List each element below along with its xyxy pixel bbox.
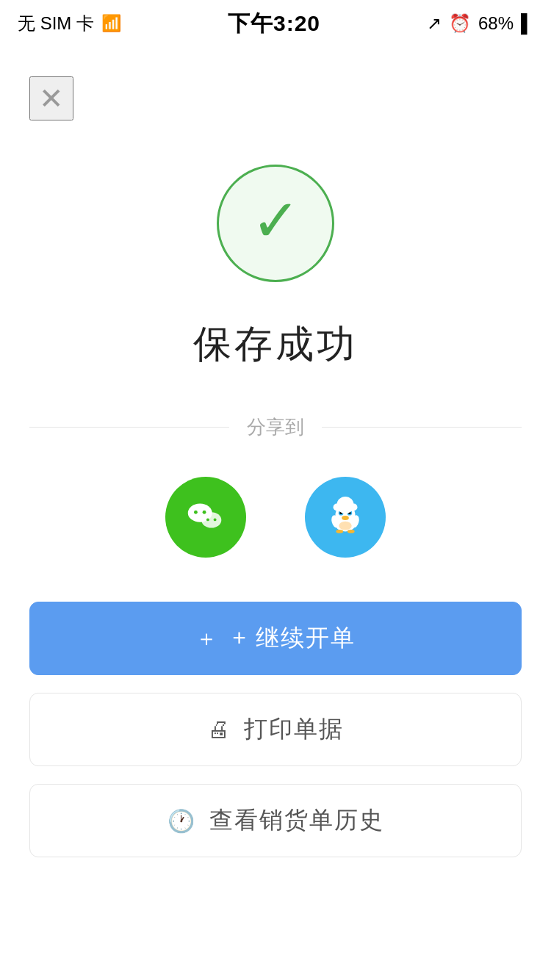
share-wechat-button[interactable] (165, 477, 246, 558)
qq-icon (323, 494, 368, 540)
svg-point-15 (347, 530, 355, 533)
history-icon: 🕐 (168, 808, 196, 834)
svg-point-20 (336, 497, 353, 514)
print-button[interactable]: 🖨 打印单据 (29, 693, 522, 766)
continue-button[interactable]: ＋ + 继续开单 (29, 602, 522, 675)
location-icon: ↗ (427, 13, 442, 34)
status-bar: 无 SIM 卡 📶 下午3:20 ↗ ⏰ 68% ▌ (0, 0, 551, 47)
alarm-icon: ⏰ (449, 13, 471, 34)
wifi-icon: 📶 (101, 14, 121, 33)
share-qq-button[interactable] (305, 477, 386, 558)
divider-line-right (322, 427, 522, 428)
svg-point-11 (342, 516, 349, 520)
status-time: 下午3:20 (228, 9, 320, 39)
svg-point-14 (336, 530, 343, 533)
svg-point-3 (203, 511, 206, 514)
print-icon: 🖨 (207, 717, 231, 742)
svg-point-13 (339, 522, 351, 530)
status-left: 无 SIM 卡 📶 (18, 12, 121, 35)
plus-icon: ＋ (195, 624, 219, 654)
share-divider: 分享到 (0, 414, 551, 440)
wechat-icon (183, 494, 228, 540)
share-row (165, 477, 386, 558)
battery-icon: ▌ (521, 13, 533, 34)
close-icon: ✕ (39, 84, 64, 113)
no-sim-text: 无 SIM 卡 (18, 12, 94, 35)
success-icon-circle: ✓ (217, 165, 334, 282)
main-content: ✕ ✓ 保存成功 分享到 (0, 47, 551, 980)
close-button[interactable]: ✕ (29, 76, 73, 120)
svg-point-1 (201, 512, 221, 527)
checkmark-icon: ✓ (251, 192, 300, 251)
history-label: 查看销货单历史 (209, 804, 384, 837)
share-label: 分享到 (229, 414, 322, 440)
print-label: 打印单据 (244, 713, 344, 746)
battery-text: 68% (478, 13, 514, 34)
svg-point-5 (214, 518, 217, 521)
continue-label: + 继续开单 (232, 622, 356, 655)
divider-line-left (29, 427, 229, 428)
actions-section: ＋ + 继续开单 🖨 打印单据 🕐 查看销货单历史 (0, 558, 551, 887)
svg-point-4 (206, 518, 209, 521)
success-title: 保存成功 (193, 319, 358, 370)
history-button[interactable]: 🕐 查看销货单历史 (29, 784, 522, 857)
svg-point-2 (194, 511, 198, 514)
status-right: ↗ ⏰ 68% ▌ (427, 13, 533, 34)
